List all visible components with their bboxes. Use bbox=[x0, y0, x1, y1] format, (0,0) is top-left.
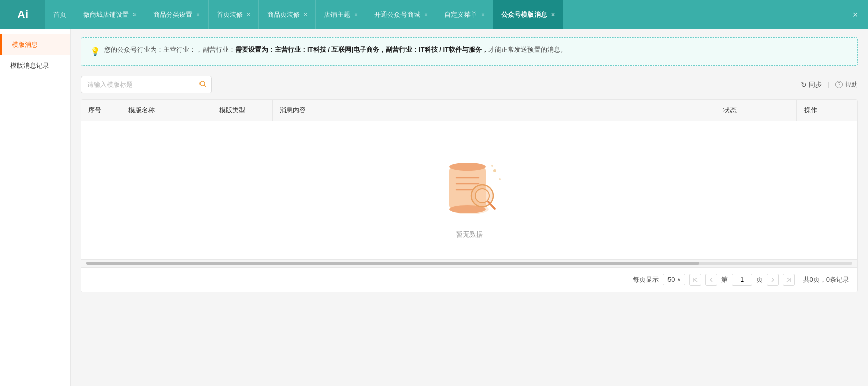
search-icon[interactable] bbox=[199, 80, 207, 89]
close-tab-icon[interactable]: × bbox=[304, 12, 307, 18]
empty-text: 暂无数据 bbox=[456, 230, 483, 239]
close-tab-icon[interactable]: × bbox=[551, 12, 555, 18]
first-page-icon bbox=[692, 277, 698, 283]
nav-tab-home[interactable]: 首页 bbox=[45, 0, 75, 29]
nav-tab-label: 店铺主题 bbox=[324, 10, 350, 19]
help-icon: ? bbox=[835, 81, 843, 88]
page-label-after: 页 bbox=[756, 275, 763, 284]
scrollbar-thumb[interactable] bbox=[86, 262, 699, 265]
scrollbar-area[interactable] bbox=[81, 259, 857, 267]
svg-point-0 bbox=[200, 81, 205, 86]
last-page-button[interactable] bbox=[783, 274, 795, 286]
nav-tab-label: 首页 bbox=[53, 10, 66, 19]
notice-icon: 💡 bbox=[90, 45, 100, 58]
nav-tab-store-theme[interactable]: 店铺主题 × bbox=[316, 0, 366, 29]
notice-banner: 💡 您的公众号行业为：主营行业：，副营行业：需要设置为：主营行业：IT科技 / … bbox=[81, 37, 858, 66]
close-tab-icon[interactable]: × bbox=[354, 12, 358, 18]
svg-point-12 bbox=[493, 169, 496, 172]
nav-tab-home-decor[interactable]: 首页装修 × bbox=[209, 0, 259, 29]
nav-tab-label: 自定义菜单 bbox=[444, 10, 477, 19]
help-label: 帮助 bbox=[845, 80, 858, 89]
toolbar-divider: | bbox=[828, 81, 829, 88]
next-page-icon bbox=[770, 277, 776, 283]
close-tab-icon[interactable]: × bbox=[247, 12, 250, 18]
column-header-name: 模版名称 bbox=[121, 100, 212, 121]
nav-tab-micro-store[interactable]: 微商城店铺设置 × bbox=[75, 0, 145, 29]
search-bar: ↻ 同步 | ? 帮助 bbox=[81, 76, 858, 93]
sidebar-item-template-msg[interactable]: 模版消息 bbox=[0, 34, 70, 55]
sync-label: 同步 bbox=[809, 80, 822, 89]
notice-text: 您的公众号行业为：主营行业：，副营行业：需要设置为：主营行业：IT科技 / 互联… bbox=[104, 45, 567, 55]
svg-line-1 bbox=[205, 85, 206, 87]
close-tab-icon[interactable]: × bbox=[133, 12, 137, 18]
nav-tab-product-category[interactable]: 商品分类设置 × bbox=[145, 0, 209, 29]
svg-line-11 bbox=[488, 202, 495, 209]
prev-page-icon bbox=[708, 277, 714, 283]
nav-tab-label: 商品页装修 bbox=[267, 10, 300, 19]
table-header: 序号 模版名称 模版类型 消息内容 状态 操作 bbox=[81, 100, 857, 121]
nav-tab-open-mall[interactable]: 开通公众号商城 × bbox=[366, 0, 436, 29]
close-tab-icon[interactable]: × bbox=[424, 12, 428, 18]
empty-state: 暂无数据 bbox=[81, 121, 857, 259]
table-container: 序号 模版名称 模版类型 消息内容 状态 操作 bbox=[81, 99, 858, 292]
search-input-wrapper bbox=[81, 76, 212, 93]
page-size-select[interactable]: 50 ∨ bbox=[663, 274, 685, 285]
close-tab-icon[interactable]: × bbox=[196, 12, 200, 18]
column-header-content: 消息内容 bbox=[273, 100, 716, 121]
sync-icon: ↻ bbox=[800, 81, 807, 89]
notice-text-after: 才能正常发送预置的消息。 bbox=[488, 46, 567, 53]
notice-text-before: 您的公众号行业为：主营行业：，副营行业： bbox=[104, 46, 235, 53]
top-nav: Ai 首页 微商城店铺设置 × 商品分类设置 × 首页装修 × 商品页装修 × … bbox=[0, 0, 868, 29]
page-size-label: 每页显示 bbox=[633, 275, 659, 284]
main-layout: 模版消息 模版消息记录 💡 您的公众号行业为：主营行业：，副营行业：需要设置为：… bbox=[0, 29, 868, 386]
scrollbar-track bbox=[86, 262, 852, 265]
toolbar-right: ↻ 同步 | ? 帮助 bbox=[800, 80, 858, 89]
sidebar: 模版消息 模版消息记录 bbox=[0, 29, 71, 386]
nav-tabs: 首页 微商城店铺设置 × 商品分类设置 × 首页装修 × 商品页装修 × 店铺主… bbox=[45, 0, 843, 29]
close-tab-icon[interactable]: × bbox=[481, 12, 485, 18]
close-all-button[interactable]: × bbox=[843, 0, 868, 29]
nav-tab-label: 商品分类设置 bbox=[153, 10, 192, 19]
help-button[interactable]: ? 帮助 bbox=[835, 80, 858, 89]
nav-tab-custom-menu[interactable]: 自定义菜单 × bbox=[436, 0, 493, 29]
nav-tab-label: 首页装修 bbox=[217, 10, 243, 19]
nav-tab-template-msg[interactable]: 公众号模版消息 × bbox=[493, 0, 563, 29]
column-header-type: 模版类型 bbox=[212, 100, 273, 121]
sidebar-item-label: 模版消息记录 bbox=[10, 62, 49, 69]
prev-page-button[interactable] bbox=[705, 274, 717, 286]
page-label-before: 第 bbox=[721, 275, 728, 284]
svg-point-10 bbox=[475, 189, 489, 203]
total-records: 共0页，0条记录 bbox=[803, 275, 849, 284]
sync-button[interactable]: ↻ 同步 bbox=[800, 80, 822, 89]
svg-point-14 bbox=[491, 165, 493, 167]
next-page-button[interactable] bbox=[767, 274, 779, 286]
column-header-status: 状态 bbox=[716, 100, 797, 121]
sidebar-item-template-record[interactable]: 模版消息记录 bbox=[0, 55, 70, 76]
nav-tab-product-decor[interactable]: 商品页装修 × bbox=[259, 0, 316, 29]
nav-tab-label: 微商城店铺设置 bbox=[83, 10, 129, 19]
chevron-down-icon: ∨ bbox=[677, 277, 681, 282]
nav-tab-label: 开通公众号商城 bbox=[374, 10, 420, 19]
sidebar-item-label: 模版消息 bbox=[12, 41, 38, 48]
nav-tab-label: 公众号模版消息 bbox=[501, 10, 547, 19]
empty-illustration bbox=[434, 151, 505, 222]
first-page-button[interactable] bbox=[689, 274, 701, 286]
search-input[interactable] bbox=[81, 76, 212, 93]
pagination: 每页显示 50 ∨ 第 页 bbox=[81, 267, 857, 292]
brand-logo: Ai bbox=[0, 0, 45, 29]
page-size-value: 50 bbox=[667, 276, 675, 283]
last-page-icon bbox=[786, 277, 792, 283]
page-number-input[interactable] bbox=[732, 274, 752, 286]
content-area: 💡 您的公众号行业为：主营行业：，副营行业：需要设置为：主营行业：IT科技 / … bbox=[71, 29, 868, 386]
svg-point-4 bbox=[449, 163, 486, 171]
column-header-action: 操作 bbox=[797, 100, 857, 121]
svg-point-13 bbox=[499, 178, 501, 180]
notice-highlight: 需要设置为：主营行业：IT科技 / 互联网|电子商务，副营行业：IT科技 / I… bbox=[235, 46, 488, 53]
column-header-index: 序号 bbox=[81, 100, 121, 121]
